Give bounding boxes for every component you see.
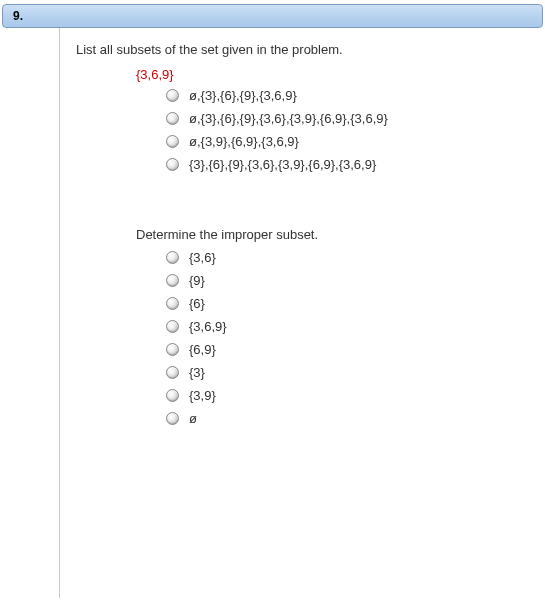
radio-icon[interactable] bbox=[166, 251, 179, 264]
question-number-header: 9. bbox=[2, 4, 543, 28]
option-row[interactable]: ø,{3},{6},{9},{3,6,9} bbox=[166, 88, 535, 103]
option-label: {3,6,9} bbox=[189, 319, 227, 334]
radio-icon[interactable] bbox=[166, 343, 179, 356]
content-wrap: List all subsets of the set given in the… bbox=[0, 28, 545, 598]
given-set: {3,6,9} bbox=[136, 67, 535, 82]
radio-icon[interactable] bbox=[166, 89, 179, 102]
option-row[interactable]: {6,9} bbox=[166, 342, 535, 357]
option-row[interactable]: ø,{3},{6},{9},{3,6},{3,9},{6,9},{3,6,9} bbox=[166, 111, 535, 126]
option-row[interactable]: ø bbox=[166, 411, 535, 426]
option-row[interactable]: {3,6} bbox=[166, 250, 535, 265]
radio-icon[interactable] bbox=[166, 158, 179, 171]
radio-icon[interactable] bbox=[166, 412, 179, 425]
question-number: 9. bbox=[13, 9, 23, 23]
option-label: {3,9} bbox=[189, 388, 216, 403]
option-row[interactable]: {6} bbox=[166, 296, 535, 311]
option-row[interactable]: ø,{3,9},{6,9},{3,6,9} bbox=[166, 134, 535, 149]
radio-icon[interactable] bbox=[166, 320, 179, 333]
option-label: ø,{3},{6},{9},{3,6,9} bbox=[189, 88, 297, 103]
part2: Determine the improper subset. {3,6} {9}… bbox=[136, 227, 535, 426]
option-label: {6,9} bbox=[189, 342, 216, 357]
radio-icon[interactable] bbox=[166, 274, 179, 287]
option-row[interactable]: {3,9} bbox=[166, 388, 535, 403]
option-row[interactable]: {9} bbox=[166, 273, 535, 288]
radio-icon[interactable] bbox=[166, 112, 179, 125]
option-row[interactable]: {3} bbox=[166, 365, 535, 380]
option-label: ø,{3,9},{6,9},{3,6,9} bbox=[189, 134, 299, 149]
part2-options: {3,6} {9} {6} {3,6,9} {6,9} bbox=[166, 250, 535, 426]
option-label: {3},{6},{9},{3,6},{3,9},{6,9},{3,6,9} bbox=[189, 157, 376, 172]
part1-prompt: List all subsets of the set given in the… bbox=[76, 42, 535, 57]
option-label: {6} bbox=[189, 296, 205, 311]
option-label: {3} bbox=[189, 365, 205, 380]
option-row[interactable]: {3},{6},{9},{3,6},{3,9},{6,9},{3,6,9} bbox=[166, 157, 535, 172]
radio-icon[interactable] bbox=[166, 135, 179, 148]
option-row[interactable]: {3,6,9} bbox=[166, 319, 535, 334]
radio-icon[interactable] bbox=[166, 366, 179, 379]
option-label: ø bbox=[189, 411, 197, 426]
part1-options: ø,{3},{6},{9},{3,6,9} ø,{3},{6},{9},{3,6… bbox=[166, 88, 535, 172]
option-label: ø,{3},{6},{9},{3,6},{3,9},{6,9},{3,6,9} bbox=[189, 111, 388, 126]
option-label: {9} bbox=[189, 273, 205, 288]
question-content: List all subsets of the set given in the… bbox=[60, 28, 545, 598]
part2-prompt: Determine the improper subset. bbox=[136, 227, 535, 242]
option-label: {3,6} bbox=[189, 250, 216, 265]
radio-icon[interactable] bbox=[166, 297, 179, 310]
radio-icon[interactable] bbox=[166, 389, 179, 402]
left-gutter bbox=[0, 28, 60, 598]
